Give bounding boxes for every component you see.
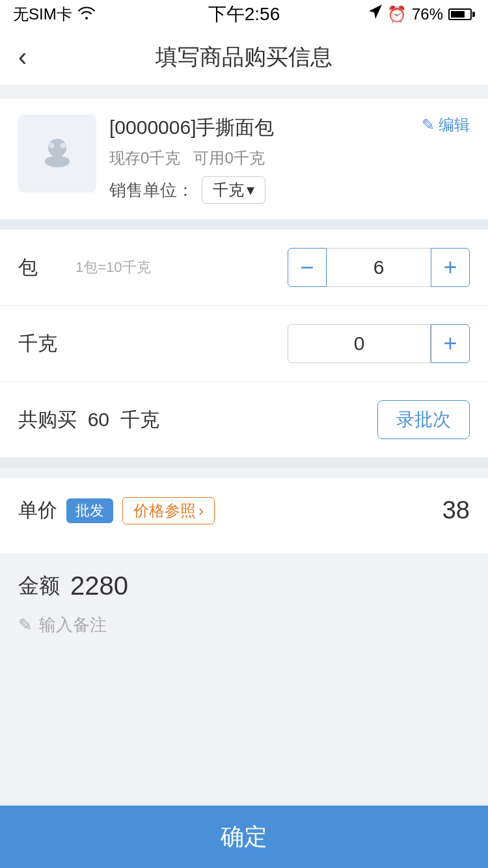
price-label: 单价	[18, 497, 57, 524]
batch-button[interactable]: 录批次	[377, 400, 470, 439]
kg-label: 千克	[18, 331, 70, 357]
svg-point-2	[49, 142, 55, 148]
amount-row: 金额 2280	[18, 571, 470, 601]
product-unit-row: 销售单位： 千克 ▾	[109, 176, 470, 204]
status-bar: 无SIM卡 下午2:56 ⏰ 76%	[0, 0, 488, 29]
product-stock: 现存0千克 可用0千克	[109, 148, 470, 169]
unit-select[interactable]: 千克 ▾	[202, 176, 265, 204]
note-placeholder: 输入备注	[39, 614, 107, 636]
bag-stepper: − +	[288, 248, 470, 287]
amount-value: 2280	[70, 571, 128, 601]
kg-stepper: +	[288, 324, 470, 363]
nav-bar: ‹ 填写商品购买信息	[0, 29, 488, 86]
page-title: 填写商品购买信息	[156, 42, 332, 72]
confirm-button[interactable]: 确定	[0, 806, 488, 868]
alarm-icon: ⏰	[387, 5, 407, 23]
status-left: 无SIM卡	[13, 4, 96, 25]
bag-quantity-input[interactable]	[327, 248, 431, 287]
svg-point-4	[45, 156, 70, 168]
price-ref-arrow: ›	[198, 502, 204, 520]
product-card: [0000006]手撕面包 现存0千克 可用0千克 销售单位： 千克 ▾ ✎ 编…	[0, 99, 488, 219]
available-text: 可用0千克	[193, 149, 264, 167]
divider-2	[0, 457, 488, 468]
price-section: 单价 批发 价格参照 › 38	[0, 478, 488, 553]
status-right: ⏰ 76%	[369, 5, 475, 24]
unit-value: 千克	[213, 180, 244, 200]
kg-input-row: 千克 +	[0, 306, 488, 382]
amount-section: 金额 2280 ✎ 输入备注	[0, 553, 488, 649]
wifi-icon	[77, 5, 96, 23]
note-icon: ✎	[18, 615, 33, 635]
svg-point-3	[60, 142, 66, 148]
product-thumbnail-icon	[34, 131, 80, 176]
carrier-text: 无SIM卡	[13, 4, 72, 25]
summary-row: 共购买 60 千克 录批次	[0, 382, 488, 457]
battery-percent: 76%	[412, 5, 443, 23]
summary-unit: 千克	[120, 409, 159, 430]
price-row: 单价 批发 价格参照 › 38	[18, 496, 470, 524]
price-ref-label: 价格参照	[133, 500, 196, 521]
bag-input-row: 包 1包=10千克 − +	[0, 230, 488, 306]
unit-dropdown-icon: ▾	[247, 181, 254, 199]
product-info: [0000006]手撕面包 现存0千克 可用0千克 销售单位： 千克 ▾	[109, 115, 470, 204]
price-type-tag: 批发	[66, 498, 113, 523]
price-value: 38	[442, 496, 470, 524]
product-name: [0000006]手撕面包	[109, 115, 470, 141]
edit-label: 编辑	[439, 115, 470, 135]
product-image	[18, 115, 96, 193]
bag-plus-button[interactable]: +	[431, 248, 470, 287]
summary-prefix: 共购买	[18, 409, 77, 430]
summary-text: 共购买 60 千克	[18, 407, 159, 433]
edit-button[interactable]: ✎ 编辑	[422, 115, 470, 135]
bag-sublabel: 1包=10千克	[75, 258, 288, 277]
battery-icon	[448, 8, 475, 20]
bottom-spacer	[0, 649, 488, 721]
kg-plus-button[interactable]: +	[431, 324, 470, 363]
bag-label: 包	[18, 254, 70, 281]
quantity-section: 包 1包=10千克 − + 千克 +	[0, 230, 488, 382]
edit-icon: ✎	[422, 116, 435, 134]
note-row[interactable]: ✎ 输入备注	[18, 614, 470, 636]
bag-minus-button[interactable]: −	[288, 248, 327, 287]
price-ref-button[interactable]: 价格参照 ›	[122, 497, 215, 524]
summary-amount: 60	[88, 409, 109, 430]
amount-label: 金额	[18, 572, 60, 601]
status-time: 下午2:56	[208, 2, 280, 27]
location-icon	[369, 5, 382, 24]
kg-quantity-input[interactable]	[288, 324, 431, 363]
stock-text: 现存0千克	[109, 149, 180, 167]
unit-prefix-label: 销售单位：	[109, 179, 194, 202]
svg-marker-0	[369, 5, 382, 19]
back-button[interactable]: ‹	[18, 42, 40, 72]
divider-1	[0, 219, 488, 230]
